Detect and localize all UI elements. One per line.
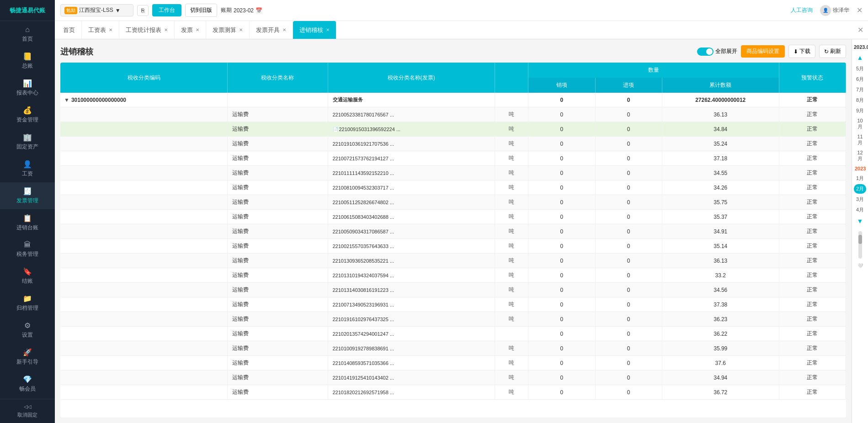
tab-close-all[interactable]: ✕ xyxy=(853,21,868,39)
copy-button[interactable]: ⎘ xyxy=(137,5,149,16)
sidebar-item-guide[interactable]: 🚀 新手引导 xyxy=(0,344,55,370)
company-name: 江西报宝-LSS xyxy=(79,6,113,14)
month-item-5[interactable]: 5月 xyxy=(854,64,866,74)
ledger-icon: 📒 xyxy=(23,52,32,61)
cell-code xyxy=(60,341,228,356)
table-row: 运输费 22101309365208535221 ... 吨 0 0 36.13… xyxy=(60,254,846,268)
cell-status: 正常 xyxy=(779,283,846,297)
tab-payroll-stats[interactable]: 工资统计报表 ✕ xyxy=(119,21,175,39)
sidebar-item-label: 新手引导 xyxy=(16,358,38,366)
cell-total: 33.2 xyxy=(662,268,779,283)
cell-status: 正常 xyxy=(779,195,846,210)
cell-status: 正常 xyxy=(779,327,846,341)
sidebar-item-assets[interactable]: 🏢 固定资产 xyxy=(0,128,55,155)
tab-invoice-issue[interactable]: 发票开具 ✕ xyxy=(250,21,293,39)
cell-invoice: 22100713490523196931 ... xyxy=(328,297,495,312)
company-selector[interactable]: 勉励 江西报宝-LSS ▼ xyxy=(60,4,133,16)
month-item-1[interactable]: 1月 xyxy=(854,174,866,183)
tab-payroll-stats-close[interactable]: ✕ xyxy=(164,27,168,32)
sidebar-item-member[interactable]: 💎 畅会员 xyxy=(0,370,55,397)
cell-sale: 0 xyxy=(528,370,595,385)
sidebar-item-finance[interactable]: 💰 资金管理 xyxy=(0,101,55,128)
month-item-4[interactable]: 4月 xyxy=(854,205,866,215)
cell-tag: 吨 xyxy=(495,166,528,180)
sidebar-item-home[interactable]: ⌂ 首页 xyxy=(0,21,55,48)
month-item-8[interactable]: 8月 xyxy=(854,95,866,105)
tab-invoice-calc[interactable]: 发票测算 ✕ xyxy=(206,21,250,39)
tab-payroll-close[interactable]: ✕ xyxy=(109,27,112,32)
table-row: 运输费 22100523381780176567 ... 吨 0 0 36.13… xyxy=(60,107,846,122)
cell-total: 34.84 xyxy=(662,122,779,137)
sidebar-item-salary[interactable]: 👤 工资 xyxy=(0,155,55,182)
sidebar-item-invoice[interactable]: 🧾 发票管理 xyxy=(0,182,55,209)
tab-home[interactable]: 首页 xyxy=(57,21,82,39)
cell-name: 运输费 xyxy=(228,166,328,180)
cell-sale: 0 xyxy=(528,151,595,166)
tab-invoice-close[interactable]: ✕ xyxy=(196,27,199,32)
switch-period-button[interactable]: 切到旧版 xyxy=(185,4,217,17)
sidebar-item-ledger[interactable]: 📒 总账 xyxy=(0,48,55,74)
tab-payroll[interactable]: 工资表 ✕ xyxy=(82,21,119,39)
refresh-button[interactable]: ↻ 刷新 xyxy=(819,45,846,58)
cell-invoice: 22101111143592152210 ... xyxy=(328,166,495,180)
cell-status: 正常 xyxy=(779,180,846,195)
sidebar-item-label: 首页 xyxy=(22,35,33,43)
expand-toggle[interactable]: 全部展开 xyxy=(697,48,737,56)
sidebar-unpin[interactable]: ◁◁ 取消固定 xyxy=(0,399,55,423)
main-area: 勉励 江西报宝-LSS ▼ ⎘ 工作台 切到旧版 账期 2023-02 📅 人工… xyxy=(55,0,868,423)
tab-invoice-issue-label: 发票开具 xyxy=(256,26,280,34)
cell-tag: 吨 xyxy=(495,297,528,312)
cell-code xyxy=(60,254,228,268)
tab-reconcile-label: 进销稽核 xyxy=(299,26,323,34)
month-item-6[interactable]: 6月 xyxy=(854,74,866,84)
cell-purchase: 0 xyxy=(595,268,662,283)
table-row: 运输费 22101009192789838691 ... 吨 0 0 35.99… xyxy=(60,341,846,356)
cell-tag: 吨 xyxy=(495,356,528,370)
tab-payroll-label: 工资表 xyxy=(88,26,106,34)
nav-down-arrow[interactable]: ▼ xyxy=(854,216,866,227)
cell-status: 正常 xyxy=(779,137,846,151)
file-icon: 📄 xyxy=(333,127,338,132)
tab-invoice-calc-close[interactable]: ✕ xyxy=(239,27,243,32)
sidebar-item-settings[interactable]: ⚙ 设置 xyxy=(0,317,55,344)
sidebar-item-reports[interactable]: 📊 报表中心 xyxy=(0,74,55,101)
product-setting-button[interactable]: 商品编码设置 xyxy=(741,45,785,58)
nav-up-arrow[interactable]: ▲ xyxy=(854,52,866,63)
cell-name xyxy=(228,93,328,107)
table-row: 运输费 22100509034317086587 ... 吨 0 0 34.91… xyxy=(60,224,846,239)
download-button[interactable]: ⬇ 下载 xyxy=(788,45,815,58)
support-link[interactable]: 人工咨询 xyxy=(791,6,813,14)
cell-total: 27262.40000000012 xyxy=(662,93,779,107)
tab-invoice[interactable]: 发票 ✕ xyxy=(175,21,206,39)
cell-tag: 吨 xyxy=(495,122,528,137)
right-panel: 2023.02 ▲ 5月 6月 7月 8月 9月 10月 11月 12月 202… xyxy=(852,39,868,423)
cell-status: 正常 xyxy=(779,268,846,283)
month-item-2-active[interactable]: 2月 xyxy=(854,184,866,194)
cell-tag: 吨 xyxy=(495,224,528,239)
month-item-10[interactable]: 10月 xyxy=(854,116,866,132)
col-quantity-group: 数量 xyxy=(528,63,779,78)
topbar-close-icon[interactable]: ✕ xyxy=(857,6,863,15)
month-item-7[interactable]: 7月 xyxy=(854,85,866,95)
assets-icon: 🏢 xyxy=(23,133,32,142)
month-item-3[interactable]: 3月 xyxy=(854,195,866,204)
col-tag xyxy=(495,63,528,93)
month-item-12[interactable]: 12月 xyxy=(854,148,866,164)
sidebar-item-archive[interactable]: 📁 归档管理 xyxy=(0,290,55,317)
tab-home-label: 首页 xyxy=(63,26,75,34)
cell-name: 运输费 xyxy=(228,151,328,166)
cell-code xyxy=(60,224,228,239)
sidebar-item-tax[interactable]: 🏛 税务管理 xyxy=(0,236,55,263)
sidebar-item-sales[interactable]: 📋 进销台账 xyxy=(0,209,55,236)
tab-reconcile-close[interactable]: ✕ xyxy=(326,27,330,32)
month-item-9[interactable]: 9月 xyxy=(854,106,866,116)
tab-invoice-issue-close[interactable]: ✕ xyxy=(282,27,286,32)
tab-reconcile[interactable]: 进销稽核 ✕ xyxy=(293,21,336,39)
month-item-11[interactable]: 11月 xyxy=(854,132,866,148)
workbench-button[interactable]: 工作台 xyxy=(152,4,181,16)
toggle-track[interactable] xyxy=(697,48,714,56)
cell-code xyxy=(60,283,228,297)
cell-name: 运输费 xyxy=(228,239,328,254)
sidebar-item-closing[interactable]: 🔖 结账 xyxy=(0,263,55,290)
table-body: ▼301000000000000000 交通运输服务 0 0 27262.400… xyxy=(60,93,846,400)
